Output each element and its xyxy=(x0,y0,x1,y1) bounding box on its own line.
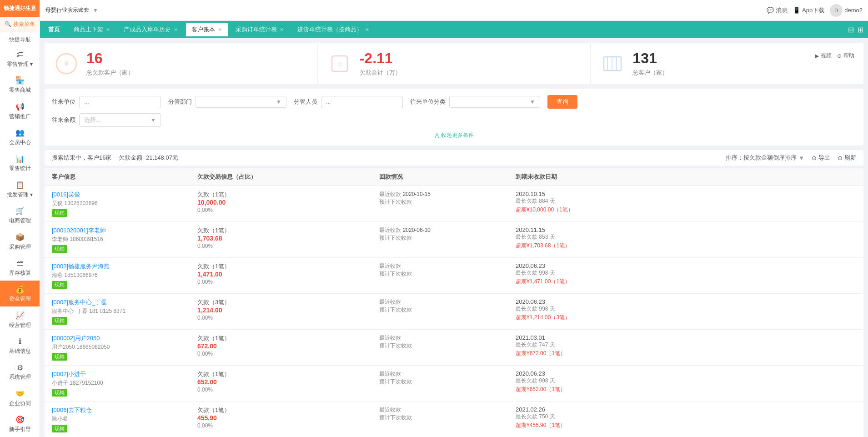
svg-text:◇: ◇ xyxy=(337,60,342,67)
last-payment-label: 最近收款 xyxy=(379,371,401,377)
search-menu[interactable]: 🔍 搜索菜单 xyxy=(0,17,40,32)
debt-percent: 0.00% xyxy=(197,279,379,285)
sidebar-item-ecommerce[interactable]: 🛒 电商管理 xyxy=(0,202,40,228)
tab-products-off[interactable]: 商品上下架 ✕ xyxy=(68,23,116,36)
due-date-cell: 2021.02.26 最长欠款 750 天 超期¥455.90（1笔） xyxy=(516,406,856,429)
user-avatar-btn[interactable]: D demo2 xyxy=(830,4,863,17)
sidebar-item-inventory[interactable]: 🗃 库存核算 xyxy=(0,254,40,280)
debt-percent: 0.00% xyxy=(197,243,379,249)
sidebar-item-member[interactable]: 👥 会员中心 xyxy=(0,124,40,150)
collapse-btn[interactable]: ⋀ 收起更多条件 xyxy=(52,131,856,139)
sidebar-item-enterprise[interactable]: 🤝 企业协同 xyxy=(0,385,40,411)
manager-input[interactable]: ... xyxy=(321,96,403,108)
tab-collapse-icon[interactable]: ⊟ xyxy=(848,25,854,34)
tab-product-history[interactable]: 产成品入库单历史 ✕ xyxy=(118,23,184,36)
tab-purchase-stats[interactable]: 采购订单统计表 ✕ xyxy=(230,23,290,36)
category-select[interactable]: ▼ xyxy=(449,96,540,108)
col-recovery: 回款情况 xyxy=(379,173,516,181)
tab-label: 采购订单统计表 xyxy=(236,25,277,34)
customer-badge: 现销 xyxy=(52,245,67,253)
debt-customers-label: 总欠款客户（家） xyxy=(86,69,134,77)
sidebar-item-retail-stats[interactable]: 📊 零售统计 xyxy=(0,150,40,176)
customer-name-link[interactable]: [0003]畅捷服务尹海燕 xyxy=(52,262,197,271)
debt-percent: 0.00% xyxy=(197,351,379,357)
overdue-text[interactable]: 超期¥455.90（1笔） xyxy=(516,422,856,429)
customer-name-link[interactable]: [0001020001]李老师 xyxy=(52,226,197,235)
filter-supplier: 往来单位 ... xyxy=(52,96,161,108)
customer-name-link[interactable]: [0006]去下粮仓 xyxy=(52,406,197,414)
table-row: [0002]服务中心_丁磊 服务中心_丁磊 181 0125 8371 现销 欠… xyxy=(45,294,863,330)
debt-percent: 0.00% xyxy=(197,207,379,213)
refresh-btn[interactable]: ⊙ 刷新 xyxy=(838,154,856,162)
total-customers-icon xyxy=(600,51,625,76)
overdue-text[interactable]: 超期¥10,000.00（1笔） xyxy=(516,206,856,214)
tab-close-icon[interactable]: ✕ xyxy=(174,27,178,33)
customer-badge: 现销 xyxy=(52,209,67,217)
overdue-text[interactable]: 超期¥1,214.00（3笔） xyxy=(516,314,856,321)
sidebar-item-purchase[interactable]: 📦 采购管理 xyxy=(0,228,40,254)
query-button[interactable]: 查询 xyxy=(547,95,577,109)
tab-customer-account[interactable]: 客户账本 ✕ xyxy=(186,23,228,36)
export-btn[interactable]: ⊙ 导出 xyxy=(812,154,830,162)
sidebar-item-capital[interactable]: 💰 资金管理 xyxy=(0,281,40,306)
due-date-cell: 2020.10.15 最长欠款 884 天 超期¥10,000.00（1笔） xyxy=(516,191,856,214)
col-due-date: 到期未收款日期 xyxy=(516,173,856,181)
sidebar-item-basic-info[interactable]: ℹ 基础信息 xyxy=(0,332,40,358)
help-btn[interactable]: ⊙ 帮助 xyxy=(837,52,854,60)
top-bar-right: 💬 消息 📱 App下载 D demo2 xyxy=(767,4,863,17)
overdue-days: 最长欠款 750 天 xyxy=(516,413,856,421)
search-icon: 🔍 xyxy=(5,21,11,27)
sidebar-item-retail-mgmt[interactable]: 🏷 零售管理 ▾ xyxy=(0,45,40,71)
sidebar-item-retail-mall[interactable]: 🏪 零售商城 xyxy=(0,71,40,97)
tab-close-icon[interactable]: ✕ xyxy=(365,27,369,33)
last-payment-label: 最近收款 xyxy=(379,299,401,305)
sidebar-item-marketing[interactable]: 📢 营销推广 xyxy=(0,98,40,124)
tab-goods-stats[interactable]: 进货单统计表（按商品） ✕ xyxy=(292,23,376,36)
dept-select[interactable]: ▼ xyxy=(196,96,286,108)
sidebar-item-label: 系统管理 xyxy=(9,374,31,380)
marketing-icon: 📢 xyxy=(2,102,38,112)
overdue-text[interactable]: 超期¥1,471.00（1笔） xyxy=(516,278,856,286)
overdue-text[interactable]: 超期¥652.00（1笔） xyxy=(516,386,856,393)
overdue-text[interactable]: 超期¥1,703.68（1笔） xyxy=(516,242,856,250)
collapse-label: 收起更多条件 xyxy=(441,131,474,139)
tab-close-icon[interactable]: ✕ xyxy=(218,27,222,33)
customer-phone: 陈小希 xyxy=(52,415,197,423)
sidebar-item-quick-nav[interactable]: 快捷导航 xyxy=(0,32,40,45)
sort-select[interactable]: 排序：按欠款金额倒序排序 ▼ xyxy=(726,154,804,162)
last-payment-label: 最近收款 xyxy=(379,191,401,197)
supplier-input[interactable]: ... xyxy=(79,96,161,108)
sidebar-item-guide[interactable]: 🎯 新手引导 xyxy=(0,411,40,437)
overdue-text[interactable]: 超期¥672.00（1笔） xyxy=(516,350,856,357)
app-download-btn[interactable]: 📱 App下载 xyxy=(793,6,824,15)
tab-bar: 首页 商品上下架 ✕ 产成品入库单历史 ✕ 客户账本 ✕ 采购订单统计表 ✕ 进… xyxy=(40,21,868,38)
customer-name-link[interactable]: [0002]服务中心_丁磊 xyxy=(52,298,197,306)
tab-home[interactable]: 首页 xyxy=(43,23,66,36)
last-payment-label: 最近收款 xyxy=(379,407,401,413)
tab-expand-icon[interactable]: ⊞ xyxy=(858,25,863,34)
video-btn[interactable]: ▶ 视频 xyxy=(815,52,832,60)
customer-name-link[interactable]: [0007]小进干 xyxy=(52,370,197,378)
sidebar-item-sys-mgmt[interactable]: ⚙ 系统管理 xyxy=(0,359,40,385)
balance-select[interactable]: 选择... ▼ xyxy=(79,113,161,127)
next-payment-label: 预计下次收款 xyxy=(379,378,516,386)
app-logo: 畅捷通好生意 xyxy=(0,0,40,17)
summary-cards: ¥ 16 总欠款客户（家） ◇ -2.11 欠款合计（万） xyxy=(45,43,863,84)
sidebar-item-label: 资金管理 xyxy=(9,296,31,302)
last-payment-date: 2020-10-15 xyxy=(403,191,431,197)
operations-icon: 📈 xyxy=(2,311,38,321)
customer-name-link[interactable]: [000002]用户2050 xyxy=(52,334,197,342)
sidebar-item-batch-mgmt[interactable]: 📋 批发管理 ▾ xyxy=(0,176,40,202)
customer-name-link[interactable]: [0016]吴俊 xyxy=(52,191,197,199)
company-dropdown[interactable]: 母婴行业演示账套 xyxy=(45,6,89,14)
debt-amount: 1,214.00 xyxy=(197,306,379,314)
tab-close-icon[interactable]: ✕ xyxy=(280,27,284,33)
customer-badge: 现销 xyxy=(52,389,67,397)
sidebar-item-operations[interactable]: 📈 经营管理 xyxy=(0,306,40,332)
dept-label: 分管部门 xyxy=(168,98,192,106)
balance-placeholder: 选择... xyxy=(84,116,101,124)
message-btn[interactable]: 💬 消息 xyxy=(767,6,788,15)
filter-manager: 分管人员 ... xyxy=(294,96,403,108)
summary-card-total-customers: 131 总客户（家） ▶ 视频 ⊙ 帮助 xyxy=(591,43,863,84)
tab-close-icon[interactable]: ✕ xyxy=(106,27,110,33)
